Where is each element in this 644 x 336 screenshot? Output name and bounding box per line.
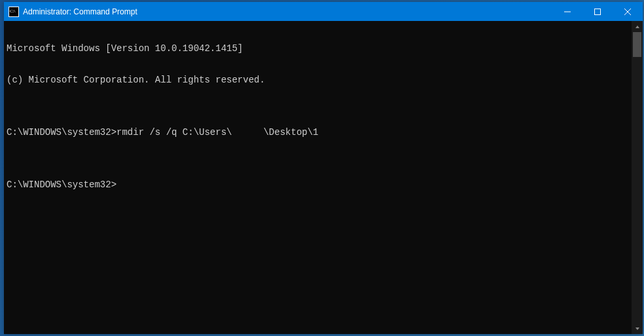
cmd-icon: C:\ xyxy=(9,7,19,17)
scroll-down-button[interactable] xyxy=(632,323,643,334)
window-title: Administrator: Command Prompt xyxy=(23,7,552,16)
redacted-username xyxy=(232,127,263,136)
command-line: C:\WINDOWS\system32>rmdir /s /q C:\Users… xyxy=(7,127,632,138)
minimize-button[interactable] xyxy=(552,2,582,21)
terminal-area: Microsoft Windows [Version 10.0.19042.14… xyxy=(4,21,643,334)
svg-rect-3 xyxy=(564,11,571,12)
scroll-up-button[interactable] xyxy=(632,21,643,32)
maximize-button[interactable] xyxy=(582,2,613,21)
terminal-output[interactable]: Microsoft Windows [Version 10.0.19042.14… xyxy=(4,21,632,334)
svg-text:C:\: C:\ xyxy=(10,9,16,14)
svg-rect-4 xyxy=(595,9,601,14)
copyright-line: (c) Microsoft Corporation. All rights re… xyxy=(7,75,632,85)
svg-marker-7 xyxy=(635,26,639,28)
prompt-line: C:\WINDOWS\system32> xyxy=(7,179,632,190)
command-prompt-window: C:\ Administrator: Command Prompt Micros… xyxy=(4,2,643,334)
scroll-thumb[interactable] xyxy=(633,32,641,57)
command-post: \Desktop\1 xyxy=(263,127,318,138)
close-button[interactable] xyxy=(613,2,643,21)
version-line: Microsoft Windows [Version 10.0.19042.14… xyxy=(7,43,632,54)
svg-marker-8 xyxy=(635,327,639,330)
prompt: C:\WINDOWS\system32> xyxy=(7,127,116,138)
command-pre: rmdir /s /q C:\Users\ xyxy=(116,127,232,138)
window-controls xyxy=(552,2,643,21)
vertical-scrollbar[interactable] xyxy=(632,21,643,334)
titlebar[interactable]: C:\ Administrator: Command Prompt xyxy=(4,2,643,21)
